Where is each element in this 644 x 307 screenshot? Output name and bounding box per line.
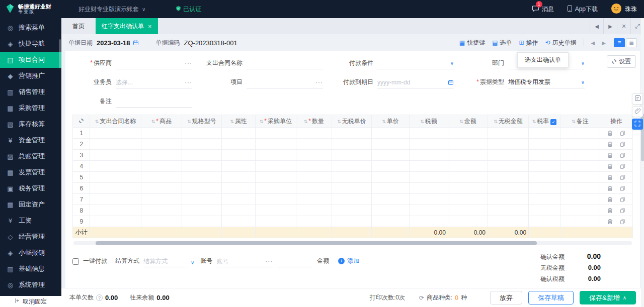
cell-tax[interactable]	[409, 150, 448, 161]
tab-close-icon[interactable]: ×	[148, 23, 152, 30]
ellipsis-picker-icon[interactable]: ···	[183, 60, 192, 67]
column-settings-button[interactable]: 设置	[607, 55, 636, 68]
due-date-field[interactable]	[377, 76, 454, 88]
cell-attribute[interactable]	[221, 194, 255, 205]
cell-tax-rate[interactable]	[529, 216, 560, 227]
cell-price[interactable]	[371, 139, 409, 150]
cell-quantity[interactable]	[296, 150, 332, 161]
cell-product[interactable]	[141, 128, 182, 139]
cell-quantity[interactable]	[296, 139, 332, 150]
cell-spec-model[interactable]	[182, 205, 221, 216]
cell-contract-name[interactable]	[90, 128, 141, 139]
operations-button[interactable]: ⊞ 操作	[519, 39, 538, 47]
col-attribute[interactable]: ⇅属性	[221, 115, 255, 128]
copy-row-icon[interactable]	[620, 174, 625, 180]
contract-name-field[interactable]	[247, 57, 323, 69]
prev-document-button[interactable]: ◀	[591, 40, 595, 46]
cell-price[interactable]	[371, 172, 409, 183]
app-download-button[interactable]: App下载	[567, 5, 598, 14]
cell-product[interactable]	[141, 183, 182, 194]
copy-row-icon[interactable]	[620, 196, 625, 202]
cell-tax-rate[interactable]	[529, 205, 560, 216]
invoice-type-select[interactable]: ∨	[508, 76, 585, 88]
sidebar-item-search-menu[interactable]: ◎ 搜索菜单	[0, 20, 61, 36]
payment-terms-input[interactable]	[377, 60, 448, 67]
cell-tax-rate[interactable]	[529, 161, 560, 172]
cell-quantity[interactable]	[296, 183, 332, 194]
refresh-icon[interactable]: ⟳	[419, 294, 424, 301]
sidebar-item-fixed-assets[interactable]: ▦ 固定资产	[0, 196, 61, 213]
cell-price[interactable]	[371, 183, 409, 194]
cell-quantity[interactable]	[296, 161, 332, 172]
tab-red-expense-confirm[interactable]: 红字支出确认单 ×	[96, 18, 158, 34]
cell-amount[interactable]	[448, 183, 488, 194]
cell-attribute[interactable]	[221, 150, 255, 161]
col-purchase-unit[interactable]: ⇅*采购单位	[255, 115, 296, 128]
sidebar-item-invoice[interactable]: ▤ 发票管理	[0, 164, 61, 180]
cell-attribute[interactable]	[221, 205, 255, 216]
sidebar-item-expense[interactable]: ◈ 小畅报销	[0, 245, 61, 261]
cell-contract-name[interactable]	[90, 161, 141, 172]
history-documents-button[interactable]: ⟲ 历史单据	[545, 39, 577, 47]
chevron-down-icon[interactable]: ∨	[189, 260, 194, 265]
horizontal-scrollbar[interactable]	[73, 241, 632, 245]
delete-row-icon[interactable]	[607, 174, 613, 180]
cell-purchase-unit[interactable]	[255, 172, 296, 183]
sidebar-item-base-info[interactable]: ▥ 基础信息	[0, 261, 61, 277]
cell-net-price[interactable]	[332, 216, 371, 227]
user-menu[interactable]: 珠珠	[611, 3, 637, 16]
cell-quantity[interactable]	[296, 216, 332, 227]
cell-amount[interactable]	[448, 216, 488, 227]
ellipsis-picker-icon[interactable]: ···	[183, 79, 192, 86]
sidebar-item-quick-nav[interactable]: ◈ 快捷导航	[0, 36, 61, 52]
cell-net-price[interactable]	[332, 161, 371, 172]
cell-tax[interactable]	[409, 161, 448, 172]
cell-amount[interactable]	[448, 205, 488, 216]
sidebar-scrollbar[interactable]	[59, 39, 61, 68]
cell-tax[interactable]	[409, 128, 448, 139]
cell-product[interactable]	[141, 161, 182, 172]
cell-product[interactable]	[141, 194, 182, 205]
cell-remark[interactable]	[560, 216, 600, 227]
cell-purchase-unit[interactable]	[255, 150, 296, 161]
supplier-field[interactable]: ···	[116, 57, 192, 69]
cell-amount[interactable]	[448, 128, 488, 139]
horizontal-scrollbar-thumb[interactable]	[96, 241, 537, 245]
copy-row-icon[interactable]	[620, 152, 625, 158]
cell-attribute[interactable]	[221, 128, 255, 139]
cell-product[interactable]	[141, 150, 182, 161]
sidebar-unpin-button[interactable]: 取消固定	[0, 296, 61, 307]
cell-net-price[interactable]	[332, 172, 371, 183]
cell-tax-rate[interactable]	[529, 128, 560, 139]
remark-input[interactable]	[116, 98, 192, 105]
col-tax-rate[interactable]: ⇅税率✓	[529, 115, 560, 128]
copy-row-icon[interactable]	[620, 185, 625, 191]
cell-net-price[interactable]	[332, 205, 371, 216]
col-net-price[interactable]: ⇅无税单价	[332, 115, 371, 128]
cell-spec-model[interactable]	[182, 150, 221, 161]
cell-remark[interactable]	[560, 194, 600, 205]
col-product[interactable]: ⇅*商品	[141, 115, 182, 128]
calendar-icon[interactable]	[133, 40, 139, 46]
cell-net-amount[interactable]	[488, 161, 529, 172]
cell-quantity[interactable]	[296, 172, 332, 183]
cell-product[interactable]	[141, 139, 182, 150]
cell-tax[interactable]	[409, 205, 448, 216]
attachment-tool-button[interactable]	[632, 106, 643, 117]
copy-row-icon[interactable]	[620, 141, 625, 147]
cell-remark[interactable]	[560, 172, 600, 183]
col-contract-name[interactable]: ⇅支出合同名称	[90, 115, 141, 128]
salesman-field[interactable]: ···	[116, 76, 192, 88]
sidebar-item-operation[interactable]: ◇ 经营管理	[0, 229, 61, 245]
cell-quantity[interactable]	[296, 194, 332, 205]
cell-net-price[interactable]	[332, 183, 371, 194]
ellipsis-picker-icon[interactable]: ···	[263, 258, 273, 265]
expand-tool-button[interactable]	[632, 119, 643, 130]
cell-amount[interactable]	[448, 161, 488, 172]
cell-net-price[interactable]	[332, 139, 371, 150]
cell-price[interactable]	[371, 150, 409, 161]
supplier-input[interactable]	[116, 60, 183, 67]
calendar-icon[interactable]	[448, 79, 454, 85]
cell-spec-model[interactable]	[182, 139, 221, 150]
sidebar-item-project-contract[interactable]: ▤ 项目合同	[0, 52, 61, 68]
